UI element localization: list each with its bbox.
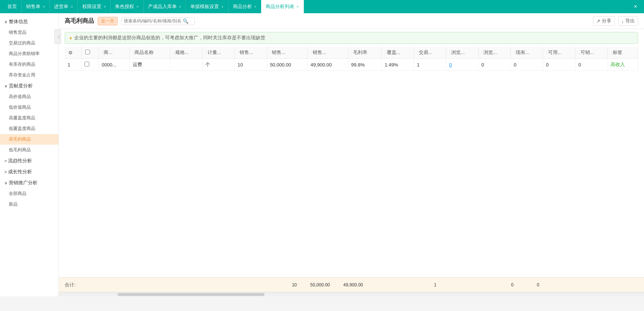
sidebar-group-label: 整体信息 bbox=[9, 18, 28, 25]
sidebar-group-label: 流趋性分析 bbox=[8, 158, 32, 164]
sidebar-item-商品分类助销率[interactable]: 商品分类助销率 bbox=[0, 48, 58, 59]
cell-sales_cost: 49,900.00 bbox=[307, 59, 348, 71]
col-header-coverage[interactable]: 覆盖... bbox=[381, 47, 414, 59]
sidebar-item-高覆盖度商品[interactable]: 高覆盖度商品 bbox=[0, 113, 58, 123]
sidebar-item-高毛利商品[interactable]: 高毛利商品 bbox=[0, 134, 58, 145]
data-table: ⚙商...商品名称规格...计量...销售...销售...销售...毛利率覆盖.… bbox=[65, 47, 638, 71]
chevron-right-icon: > bbox=[4, 170, 7, 174]
cell-browse2: 0 bbox=[478, 59, 511, 71]
tab-close-icon[interactable]: × bbox=[296, 4, 299, 9]
col-header-code[interactable]: 商... bbox=[98, 47, 129, 59]
cell-code[interactable]: 0000... bbox=[98, 59, 129, 71]
col-header-spec[interactable]: 规格... bbox=[170, 47, 202, 59]
tab-close-icon[interactable]: × bbox=[254, 4, 256, 9]
col-header-trade[interactable]: 交易... bbox=[414, 47, 446, 59]
tab-close-icon[interactable]: × bbox=[179, 4, 181, 9]
cell-saleable: 0 bbox=[575, 59, 608, 71]
tab-close-icon[interactable]: × bbox=[221, 4, 223, 9]
chevron-down-icon: ∨ bbox=[4, 19, 7, 24]
sidebar-item-交易过的商品[interactable]: 交易过的商品 bbox=[0, 38, 58, 48]
col-header-sales_cost[interactable]: 销售... bbox=[307, 47, 348, 59]
sidebar-group-1[interactable]: ∨贡献度分析 bbox=[0, 80, 58, 91]
footer-cell: 0 bbox=[517, 282, 542, 288]
nav-tab-角色授权[interactable]: 角色授权× bbox=[111, 0, 143, 13]
tab-close-icon[interactable]: × bbox=[104, 4, 106, 9]
sidebar-item-低覆盖度商品[interactable]: 低覆盖度商品 bbox=[0, 123, 58, 134]
col-header-sales_amount[interactable]: 销售... bbox=[267, 47, 307, 59]
browse-link[interactable]: 0 bbox=[449, 62, 452, 68]
tab-close-icon[interactable]: × bbox=[136, 4, 138, 9]
tab-close-icon[interactable]: × bbox=[43, 4, 45, 9]
cell-browse1[interactable]: 0 bbox=[446, 59, 478, 71]
sidebar-item-低毛利商品[interactable]: 低毛利商品 bbox=[0, 145, 58, 155]
nav-tab-商品分析列表[interactable]: 商品分析列表× bbox=[261, 0, 303, 13]
sidebar-item-高价值商品[interactable]: 高价值商品 bbox=[0, 91, 58, 102]
col-header-unit[interactable]: 计量... bbox=[202, 47, 234, 59]
close-all-button[interactable]: × bbox=[630, 0, 641, 13]
cell-gross_rate: 99.8% bbox=[348, 59, 381, 71]
sidebar-group-label: 贡献度分析 bbox=[9, 83, 33, 89]
info-icon: ♦ bbox=[69, 35, 72, 41]
col-header-name[interactable]: 商品名称 bbox=[129, 47, 170, 59]
col-header-sales_qty[interactable]: 销售... bbox=[234, 47, 267, 59]
export-label: 导出 bbox=[625, 18, 635, 24]
info-text: 企业的主要的利润都是这部分商品创造的，可考虑加大推广，同时关注库存是不要出现缺货 bbox=[74, 35, 265, 41]
col-header-gross_rate[interactable]: 毛利率 bbox=[348, 47, 381, 59]
sidebar-group-2[interactable]: >流趋性分析 bbox=[0, 155, 58, 166]
nav-tab-销售单[interactable]: 销售单× bbox=[22, 0, 50, 13]
table-row: 10000...运费个1050,000.0049,900.0099.8%1.49… bbox=[65, 59, 638, 71]
sidebar-group-4[interactable]: ∨营销推广分析 bbox=[0, 177, 58, 188]
sidebar-item-低价值商品[interactable]: 低价值商品 bbox=[0, 102, 58, 113]
col-header-tag[interactable]: 标签 bbox=[608, 47, 638, 59]
col-header-settings[interactable]: ⚙ bbox=[65, 47, 81, 59]
col-header-saleable[interactable]: 可销... bbox=[575, 47, 608, 59]
cell-tag: 高收入 bbox=[608, 59, 638, 71]
chevron-down-icon: ∨ bbox=[4, 181, 7, 185]
share-icon: ↗ bbox=[596, 18, 600, 24]
nav-tab-进货单[interactable]: 进货单× bbox=[50, 0, 78, 13]
nav-tab-单据模板设置[interactable]: 单据模板设置× bbox=[186, 0, 228, 13]
sidebar-group-3[interactable]: >成长性分析 bbox=[0, 166, 58, 177]
filter-recent-month-button[interactable]: 近一月 bbox=[98, 17, 118, 25]
scrollbar-thumb[interactable] bbox=[118, 293, 265, 296]
sidebar-item-全部商品[interactable]: 全部商品 bbox=[0, 188, 58, 199]
footer-totals: 合计: 1050,000.0049,900.00100 bbox=[59, 277, 644, 292]
horizontal-scrollbar[interactable] bbox=[59, 292, 644, 296]
cell-current: 0 bbox=[511, 59, 543, 71]
sidebar-group-label: 营销推广分析 bbox=[9, 180, 37, 186]
nav-tab-产成品入库单[interactable]: 产成品入库单× bbox=[144, 0, 186, 13]
share-label: 分享 bbox=[602, 18, 611, 24]
info-banner: ♦ 企业的主要的利润都是这部分商品创造的，可考虑加大推广，同时关注库存是不要出现… bbox=[65, 32, 638, 44]
select-all-checkbox[interactable] bbox=[85, 50, 90, 54]
search-input[interactable] bbox=[124, 18, 183, 23]
share-button[interactable]: ↗ 分享 bbox=[593, 16, 615, 26]
col-header-browse2[interactable]: 浏览... bbox=[478, 47, 511, 59]
sidebar-item-库存资金占用[interactable]: 库存资金占用 bbox=[0, 70, 58, 80]
footer-cell: 49,900.00 bbox=[333, 282, 366, 288]
footer-cell: 0 bbox=[491, 282, 517, 288]
nav-tab-商品分析[interactable]: 商品分析× bbox=[229, 0, 261, 13]
main-layout: ∨整体信息销售货品交易过的商品商品分类助销率有库存的商品库存资金占用∨贡献度分析… bbox=[0, 13, 644, 296]
cell-coverage: 1.49% bbox=[381, 59, 414, 71]
sidebar-group-label: 成长性分析 bbox=[8, 169, 32, 175]
col-header-checkbox[interactable] bbox=[81, 47, 98, 59]
col-header-available[interactable]: 可用... bbox=[543, 47, 575, 59]
cell-available: 0 bbox=[543, 59, 575, 71]
search-icon[interactable]: 🔍 bbox=[183, 18, 188, 24]
tab-close-icon[interactable]: × bbox=[71, 4, 73, 9]
footer-values: 1050,000.0049,900.00100 bbox=[123, 282, 586, 288]
content-header: 高毛利商品 近一月 🔍 ↗ 分享 ↓ 导出 bbox=[59, 13, 644, 29]
nav-tab-首页[interactable]: 首页 bbox=[3, 0, 22, 13]
row-checkbox[interactable] bbox=[84, 62, 89, 66]
col-header-browse1[interactable]: 浏览... bbox=[446, 47, 478, 59]
col-header-current[interactable]: 现有... bbox=[511, 47, 543, 59]
export-button[interactable]: ↓ 导出 bbox=[618, 16, 638, 26]
sidebar-item-销售货品[interactable]: 销售货品 bbox=[0, 27, 58, 38]
sidebar-group-0[interactable]: ∨整体信息 bbox=[0, 16, 58, 27]
sidebar-collapse-button[interactable]: 《 bbox=[54, 29, 61, 44]
chevron-right-icon: > bbox=[4, 159, 7, 163]
sidebar-item-新品[interactable]: 新品 bbox=[0, 199, 58, 210]
nav-tab-权限设置[interactable]: 权限设置× bbox=[78, 0, 111, 13]
sidebar-item-有库存的商品[interactable]: 有库存的商品 bbox=[0, 59, 58, 70]
cell-index: 1 bbox=[65, 59, 81, 71]
